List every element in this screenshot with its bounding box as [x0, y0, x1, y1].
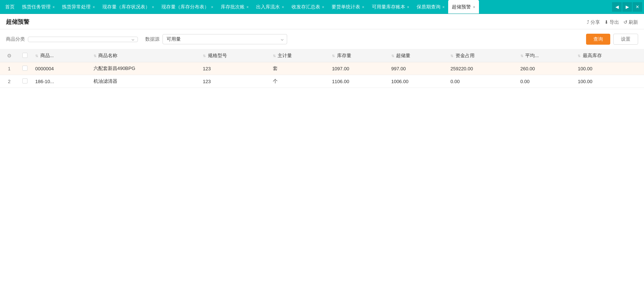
- query-button[interactable]: 查询: [586, 34, 610, 45]
- cell-checkbox-0: [18, 62, 32, 75]
- refresh-icon: ↺: [623, 19, 627, 25]
- col-header-spec[interactable]: ⇅ 规格型号: [199, 49, 269, 62]
- sort-icon-avg: ⇅: [520, 54, 523, 58]
- filter-actions: 查询 设置: [586, 34, 638, 45]
- close-icon-task[interactable]: ×: [52, 5, 55, 9]
- nav-arrows: ◀ ▶ ✕: [612, 2, 643, 12]
- col-header-gear: ⚙: [0, 49, 18, 62]
- page-header: 超储预警 ⤴ 分享 ⬇ 导出 ↺ 刷新: [0, 14, 644, 29]
- cell-spec-1: 123: [199, 75, 269, 88]
- col-header-over[interactable]: ⇅ 超储量: [388, 49, 447, 62]
- sort-icon-spec: ⇅: [203, 54, 206, 58]
- nav-tab-available[interactable]: 可用量库存账本 ×: [368, 0, 413, 14]
- cell-index-0: 1: [0, 62, 18, 75]
- category-label: 商品分类: [6, 36, 25, 42]
- datasource-value: 可用量: [167, 36, 181, 42]
- col-header-avg[interactable]: ⇅ 平均...: [517, 49, 574, 62]
- col-header-stock[interactable]: ⇅ 库存量: [328, 49, 388, 62]
- nav-close-btn[interactable]: ✕: [633, 2, 642, 12]
- settings-button[interactable]: 设置: [613, 34, 638, 45]
- close-icon-overstock[interactable]: ×: [473, 5, 475, 9]
- sort-icon-capital: ⇅: [450, 54, 453, 58]
- nav-tab-batch[interactable]: 库存批次账 ×: [217, 0, 252, 14]
- cell-product-name-0: 六配套新昌490BPG: [90, 62, 199, 75]
- nav-tab-abnormal[interactable]: 拣货异常处理 ×: [58, 0, 98, 14]
- close-icon-abnormal[interactable]: ×: [92, 5, 95, 9]
- nav-left-arrow[interactable]: ◀: [612, 2, 622, 12]
- select-all-checkbox[interactable]: [22, 53, 28, 58]
- refresh-link[interactable]: ↺ 刷新: [623, 19, 638, 26]
- filter-category: 商品分类: [6, 36, 138, 42]
- row-checkbox-0[interactable]: [22, 66, 28, 71]
- header-actions: ⤴ 分享 ⬇ 导出 ↺ 刷新: [587, 19, 638, 26]
- close-icon-inventory-status[interactable]: ×: [152, 5, 154, 9]
- cell-spec-0: 123: [199, 62, 269, 75]
- close-icon-available[interactable]: ×: [407, 5, 409, 9]
- col-header-capital[interactable]: ⇅ 资金占用: [447, 49, 516, 62]
- nav-tab-task[interactable]: 拣货任务管理 ×: [18, 0, 58, 14]
- export-icon: ⬇: [604, 19, 608, 25]
- share-link[interactable]: ⤴ 分享: [587, 19, 600, 26]
- datasource-chevron-icon: [281, 38, 283, 40]
- cell-unit-0: 套: [269, 62, 329, 75]
- col-header-product-code[interactable]: ⇅ 商品...: [32, 49, 90, 62]
- sort-icon-stock: ⇅: [332, 54, 335, 58]
- close-icon-inventory-dist[interactable]: ×: [211, 5, 213, 9]
- nav-tab-collect[interactable]: 收发存汇总表 ×: [288, 0, 328, 14]
- sort-icon-product-code: ⇅: [35, 54, 38, 58]
- category-select[interactable]: [28, 37, 138, 42]
- settings-gear-icon[interactable]: ⚙: [7, 53, 12, 59]
- table-row: 1 0000004 六配套新昌490BPG 123 套 1097.00 997.…: [0, 62, 644, 75]
- nav-tab-overstock[interactable]: 超储预警 ×: [448, 0, 479, 14]
- table-header-row: ⚙ ⇅ 商品... ⇅ 商品名称 ⇅ 规格型号: [0, 49, 644, 62]
- sort-icon-unit: ⇅: [273, 54, 276, 58]
- row-checkbox-1[interactable]: [22, 78, 28, 84]
- table-container: ⚙ ⇅ 商品... ⇅ 商品名称 ⇅ 规格型号: [0, 49, 644, 88]
- nav-right-arrow[interactable]: ▶: [622, 2, 632, 12]
- cell-stock-0: 1097.00: [328, 62, 388, 75]
- cell-unit-1: 个: [269, 75, 329, 88]
- filter-bar: 商品分类 数据源 可用量 查询 设置: [0, 29, 644, 49]
- share-icon: ⤴: [587, 19, 589, 25]
- nav-tab-inventory-status[interactable]: 现存量（库存状况表） ×: [99, 0, 158, 14]
- col-header-checkbox: [18, 49, 32, 62]
- close-icon-collect[interactable]: ×: [322, 5, 324, 9]
- table-body: 1 0000004 六配套新昌490BPG 123 套 1097.00 997.…: [0, 62, 644, 88]
- cell-product-code-0: 0000004: [32, 62, 90, 75]
- cell-capital-0: 259220.00: [447, 62, 516, 75]
- nav-tab-order-stat[interactable]: 要货单统计表 ×: [328, 0, 368, 14]
- cell-checkbox-1: [18, 75, 32, 88]
- nav-tab-home[interactable]: 首页: [1, 0, 18, 14]
- close-icon-batch[interactable]: ×: [246, 5, 249, 9]
- col-header-max-stock[interactable]: ⇅ 最高库存: [574, 49, 644, 62]
- close-icon-inout[interactable]: ×: [282, 5, 284, 9]
- datasource-label: 数据源: [145, 36, 160, 42]
- sort-icon-product-name: ⇅: [94, 54, 96, 58]
- cell-product-code-1: 186-10...: [32, 75, 90, 88]
- col-header-product-name[interactable]: ⇅ 商品名称: [90, 49, 199, 62]
- datasource-select[interactable]: 可用量: [162, 34, 287, 44]
- cell-over-0: 997.00: [388, 62, 447, 75]
- export-link[interactable]: ⬇ 导出: [604, 19, 619, 26]
- sort-icon-over: ⇅: [391, 54, 394, 58]
- close-icon-quality[interactable]: ×: [442, 5, 444, 9]
- close-icon-order-stat[interactable]: ×: [362, 5, 364, 9]
- sort-icon-max-stock: ⇅: [578, 54, 581, 58]
- filter-datasource: 数据源 可用量: [145, 34, 287, 44]
- nav-tab-quality[interactable]: 保质期查询 ×: [413, 0, 448, 14]
- col-header-unit[interactable]: ⇅ 主计量: [269, 49, 329, 62]
- cell-product-name-1: 机油滤清器: [90, 75, 199, 88]
- page-title: 超储预警: [6, 18, 29, 26]
- cell-max-stock-1: 100.00: [574, 75, 644, 88]
- table-row: 2 186-10... 机油滤清器 123 个 1106.00 1006.00 …: [0, 75, 644, 88]
- data-table: ⚙ ⇅ 商品... ⇅ 商品名称 ⇅ 规格型号: [0, 49, 644, 88]
- cell-index-1: 2: [0, 75, 18, 88]
- cell-avg-1: 0.00: [517, 75, 574, 88]
- top-nav: 首页 拣货任务管理 × 拣货异常处理 × 现存量（库存状况表） × 现存量（库存…: [0, 0, 644, 14]
- category-chevron-icon: [132, 38, 134, 40]
- nav-tab-inout[interactable]: 出入库流水 ×: [252, 0, 288, 14]
- cell-max-stock-0: 100.00: [574, 62, 644, 75]
- cell-capital-1: 0.00: [447, 75, 516, 88]
- nav-tab-inventory-dist[interactable]: 现存量（库存分布表） ×: [158, 0, 217, 14]
- cell-avg-0: 260.00: [517, 62, 574, 75]
